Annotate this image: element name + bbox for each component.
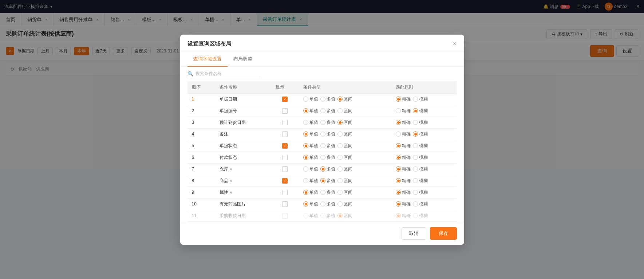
match-rule-cell: 精确 模糊 — [391, 105, 457, 117]
condition-type-radio-group: 单值 多值 区间 — [303, 96, 387, 102]
radio-label-单值: 单值 — [309, 119, 318, 126]
radio-label-模糊: 模糊 — [419, 108, 428, 114]
modal: 设置查询区域布局 × 查询字段设置 布局调整 🔍 — [180, 35, 464, 170]
radio-label-精确: 精确 — [402, 143, 411, 149]
condition-type-cell: 单值 多值 区间 — [299, 105, 391, 117]
radio-label-多值: 多值 — [327, 119, 335, 126]
radio-label-多值: 多值 — [327, 154, 335, 161]
radio-item-精确[interactable]: 精确 — [396, 108, 411, 114]
radio-item-精确[interactable]: 精确 — [396, 119, 411, 126]
radio-label-区间: 区间 — [344, 131, 352, 137]
radio-circle-模糊 — [413, 166, 418, 169]
radio-label-精确: 精确 — [402, 166, 411, 170]
radio-item-单值[interactable]: 单值 — [303, 131, 318, 137]
display-cell — [271, 152, 299, 163]
radio-item-区间[interactable]: 区间 — [337, 119, 352, 126]
radio-circle-多值 — [320, 155, 325, 160]
condition-type-radio-group: 单值 多值 区间 — [303, 143, 387, 149]
radio-circle-区间 — [337, 131, 343, 137]
order-number: 4 — [192, 131, 194, 137]
condition-name-text: 单据日期 — [220, 96, 237, 102]
order-cell: 7 — [187, 163, 216, 169]
condition-type-cell: 单值 多值 区间 — [299, 117, 391, 128]
radio-item-多值[interactable]: 多值 — [320, 143, 335, 149]
radio-item-模糊[interactable]: 模糊 — [413, 143, 428, 149]
order-cell: 5 — [187, 140, 216, 152]
condition-name-cell: 单据编号 — [215, 105, 271, 117]
radio-circle-模糊 — [413, 143, 418, 148]
radio-item-单值[interactable]: 单值 — [303, 154, 318, 161]
radio-item-精确[interactable]: 精确 — [396, 131, 411, 137]
radio-item-精确[interactable]: 精确 — [396, 166, 411, 170]
condition-type-cell: 单值 多值 区间 — [299, 93, 391, 105]
display-checkbox[interactable] — [282, 166, 288, 170]
radio-label-区间: 区间 — [344, 119, 352, 126]
condition-name-text: 付款状态 — [220, 154, 237, 161]
radio-item-多值[interactable]: 多值 — [320, 166, 335, 170]
radio-item-区间[interactable]: 区间 — [337, 108, 352, 114]
radio-item-模糊[interactable]: 模糊 — [413, 166, 428, 170]
radio-item-多值[interactable]: 多值 — [320, 154, 335, 161]
radio-circle-单值 — [303, 120, 308, 125]
radio-item-精确[interactable]: 精确 — [396, 143, 411, 149]
tab-query-fields[interactable]: 查询字段设置 — [187, 52, 228, 67]
radio-label-单值: 单值 — [309, 108, 318, 114]
radio-item-单值[interactable]: 单值 — [303, 143, 318, 149]
radio-label-精确: 精确 — [402, 108, 411, 114]
radio-item-单值[interactable]: 单值 — [303, 96, 318, 102]
col-condition-name: 条件名称 — [215, 81, 271, 94]
radio-item-单值[interactable]: 单值 — [303, 166, 318, 170]
radio-circle-区间 — [337, 120, 343, 125]
modal-search-area: 🔍 — [180, 67, 464, 81]
radio-item-多值[interactable]: 多值 — [320, 119, 335, 126]
table-row: 3 预计到货日期 单值 多值 区间 — [187, 117, 457, 128]
condition-name-cell: 备注 — [215, 128, 271, 140]
radio-label-模糊: 模糊 — [419, 96, 428, 102]
radio-item-多值[interactable]: 多值 — [320, 108, 335, 114]
display-checkbox[interactable] — [282, 143, 288, 149]
radio-item-区间[interactable]: 区间 — [337, 143, 352, 149]
condition-type-cell: 单值 多值 区间 — [299, 152, 391, 163]
radio-item-区间[interactable]: 区间 — [337, 166, 352, 170]
table-row: 2 单据编号 单值 多值 区间 — [187, 105, 457, 117]
radio-circle-单值 — [303, 131, 308, 137]
match-rule-radio-group: 精确 模糊 — [396, 108, 452, 114]
display-cell — [271, 140, 299, 152]
radio-item-模糊[interactable]: 模糊 — [413, 119, 428, 126]
radio-item-精确[interactable]: 精确 — [396, 96, 411, 102]
modal-table-wrap: 顺序 条件名称 显示 条件类型 匹配原则 1 单据日期 — [180, 81, 464, 170]
order-cell: 3 — [187, 117, 216, 128]
radio-item-区间[interactable]: 区间 — [337, 96, 352, 102]
radio-item-单值[interactable]: 单值 — [303, 108, 318, 114]
radio-item-区间[interactable]: 区间 — [337, 131, 352, 137]
tab-layout-adjust[interactable]: 布局调整 — [228, 52, 258, 67]
order-number: 3 — [192, 120, 194, 125]
radio-label-单值: 单值 — [309, 143, 318, 149]
display-checkbox[interactable] — [282, 155, 288, 160]
display-checkbox[interactable] — [282, 97, 288, 102]
display-checkbox[interactable] — [282, 120, 288, 125]
radio-label-模糊: 模糊 — [419, 154, 428, 161]
display-checkbox[interactable] — [282, 131, 288, 137]
checkbox-wrap — [276, 108, 295, 114]
radio-circle-精确 — [396, 131, 401, 137]
radio-item-模糊[interactable]: 模糊 — [413, 108, 428, 114]
radio-label-单值: 单值 — [309, 166, 318, 170]
radio-item-精确[interactable]: 精确 — [396, 154, 411, 161]
radio-item-多值[interactable]: 多值 — [320, 96, 335, 102]
radio-item-多值[interactable]: 多值 — [320, 131, 335, 137]
radio-item-模糊[interactable]: 模糊 — [413, 131, 428, 137]
modal-close-button[interactable]: × — [453, 40, 457, 47]
radio-label-模糊: 模糊 — [419, 143, 428, 149]
condition-type-cell: 单值 多值 区间 — [299, 140, 391, 152]
radio-label-区间: 区间 — [344, 96, 352, 102]
radio-item-单值[interactable]: 单值 — [303, 119, 318, 126]
radio-circle-区间 — [337, 108, 343, 113]
radio-item-模糊[interactable]: 模糊 — [413, 96, 428, 102]
radio-circle-单值 — [303, 108, 308, 113]
search-input[interactable] — [195, 71, 260, 76]
radio-item-模糊[interactable]: 模糊 — [413, 154, 428, 161]
radio-circle-精确 — [396, 143, 401, 148]
radio-item-区间[interactable]: 区间 — [337, 154, 352, 161]
display-checkbox[interactable] — [282, 108, 288, 114]
